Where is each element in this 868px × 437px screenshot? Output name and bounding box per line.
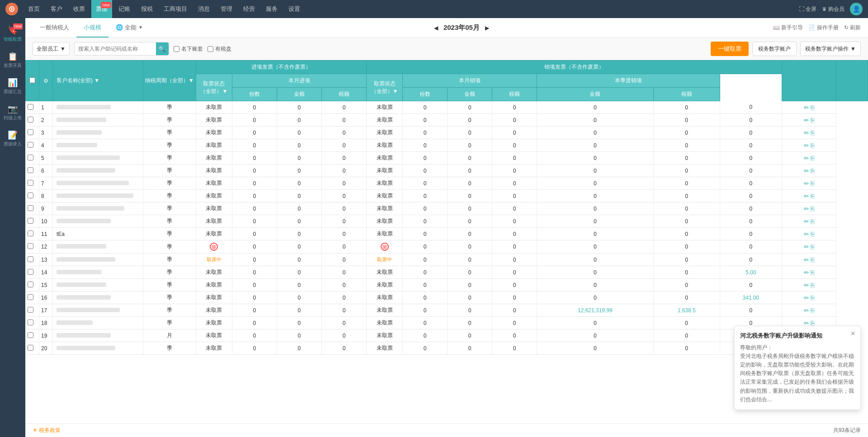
row-checkbox[interactable] <box>28 332 33 338</box>
edit-icon[interactable]: ✏ <box>804 230 809 238</box>
row-checkbox-cell[interactable] <box>26 304 39 317</box>
row-checkbox[interactable] <box>28 256 33 262</box>
q-amt-link[interactable]: 12,621,319.99 <box>578 307 613 314</box>
sidebar-item-open-invoice[interactable]: 📋 发票开具 <box>0 48 25 72</box>
employee-select[interactable]: 全部员工 ▼ <box>33 42 70 56</box>
nav-business[interactable]: 工商项目 <box>159 0 192 18</box>
copy-icon[interactable]: ⎘ <box>811 243 814 250</box>
refresh-link[interactable]: ↻ 刷新 <box>844 24 861 32</box>
tax-digital-account-actions-btn[interactable]: 税务数字账户操作 ▼ <box>800 42 861 56</box>
row-checkbox[interactable] <box>28 104 33 110</box>
nav-bookkeeping[interactable]: 记账 <box>114 0 135 18</box>
nav-receive[interactable]: 收票 <box>69 0 90 18</box>
row-checkbox[interactable] <box>28 205 33 211</box>
in-status-header[interactable]: 取票状态（全部）▼ <box>196 74 232 101</box>
edit-icon[interactable]: ✏ <box>804 294 809 301</box>
tab-small-scale[interactable]: 小规模 <box>76 19 108 38</box>
copy-icon[interactable]: ⎘ <box>811 256 814 263</box>
manual-link[interactable]: 📄 操作手册 <box>808 24 838 32</box>
tax-disk-checkbox[interactable] <box>208 46 213 52</box>
copy-icon[interactable]: ⎘ <box>811 142 814 149</box>
nav-service[interactable]: 服务 <box>261 0 282 18</box>
row-checkbox-cell[interactable] <box>26 254 39 266</box>
edit-icon[interactable]: ✏ <box>804 307 809 314</box>
sidebar-item-smart-invoice[interactable]: 🔖 智能取票 new <box>0 22 25 46</box>
row-checkbox-cell[interactable] <box>26 342 39 355</box>
copy-icon[interactable]: ⎘ <box>811 180 814 187</box>
sub-accounts-checkbox[interactable] <box>174 46 179 52</box>
edit-icon[interactable]: ✏ <box>804 193 809 200</box>
row-checkbox-cell[interactable] <box>26 139 39 152</box>
row-checkbox-cell[interactable] <box>26 215 39 228</box>
search-input[interactable] <box>75 42 156 55</box>
copy-icon[interactable]: ⎘ <box>811 294 814 301</box>
nav-settings[interactable]: 设置 <box>284 0 305 18</box>
edit-icon[interactable]: ✏ <box>804 142 809 149</box>
nav-message[interactable]: 消息 <box>193 0 214 18</box>
search-button[interactable]: 🔍 <box>156 42 169 56</box>
nav-home[interactable]: 首页 <box>24 0 44 18</box>
nav-manage[interactable]: 管理 <box>216 0 237 18</box>
edit-icon[interactable]: ✏ <box>804 180 809 187</box>
row-checkbox[interactable] <box>28 193 33 198</box>
customer-name-header[interactable]: 客户名称(全部) ▼ <box>53 61 143 101</box>
copy-icon[interactable]: ⎘ <box>811 129 814 136</box>
popup-close-btn[interactable]: ✕ <box>850 330 856 337</box>
row-checkbox[interactable] <box>28 180 33 186</box>
row-checkbox[interactable] <box>28 142 33 148</box>
row-checkbox[interactable] <box>28 320 33 325</box>
tax-digital-account-btn[interactable]: 税务数字账户 <box>752 42 797 56</box>
fullscreen-btn[interactable]: ⛶ 全屏 <box>799 5 816 13</box>
row-checkbox-cell[interactable] <box>26 279 39 291</box>
copy-icon[interactable]: ⎘ <box>811 104 814 111</box>
copy-icon[interactable]: ⎘ <box>811 218 814 225</box>
row-checkbox-cell[interactable] <box>26 101 39 114</box>
row-checkbox[interactable] <box>28 307 33 313</box>
row-checkbox[interactable] <box>28 269 33 275</box>
tab-general-taxpayer[interactable]: 一般纳税人 <box>33 19 76 38</box>
edit-icon[interactable]: ✏ <box>804 269 809 276</box>
nav-customer[interactable]: 客户 <box>46 0 67 18</box>
copy-icon[interactable]: ⎘ <box>811 282 814 289</box>
tab-all[interactable]: 🌐 全能 ▼ <box>108 19 150 38</box>
row-checkbox-cell[interactable] <box>26 202 39 215</box>
out-status-header[interactable]: 取票状态（全部）▼ <box>367 74 403 101</box>
row-checkbox-cell[interactable] <box>26 190 39 202</box>
row-checkbox[interactable] <box>28 167 33 173</box>
prev-period-btn[interactable]: ◀ <box>434 25 438 31</box>
nav-tax[interactable]: 报税 <box>137 0 157 18</box>
row-checkbox-cell[interactable] <box>26 240 39 254</box>
total-amt-link[interactable]: 341.00 <box>743 295 760 301</box>
edit-icon[interactable]: ✏ <box>804 282 809 289</box>
copy-icon[interactable]: ⎘ <box>811 117 814 124</box>
edit-icon[interactable]: ✏ <box>804 205 809 212</box>
sidebar-item-entry[interactable]: 📝 票据录入 <box>0 127 25 151</box>
copy-icon[interactable]: ⎘ <box>811 205 814 212</box>
sidebar-item-summary[interactable]: 📊 票据汇总 <box>0 74 25 99</box>
row-checkbox[interactable] <box>28 129 33 135</box>
vip-btn[interactable]: ♛ 购会员 <box>822 5 844 13</box>
copy-icon[interactable]: ⎘ <box>811 230 814 238</box>
row-checkbox-cell[interactable] <box>26 177 39 190</box>
edit-icon[interactable]: ✏ <box>804 104 809 111</box>
sub-accounts-checkbox-label[interactable]: 名下账套 <box>174 45 203 53</box>
row-checkbox[interactable] <box>28 230 33 236</box>
nav-operation[interactable]: 经营 <box>239 0 259 18</box>
edit-icon[interactable]: ✏ <box>804 155 809 162</box>
new-guide-link[interactable]: 📖 新手引导 <box>773 24 803 32</box>
row-checkbox[interactable] <box>28 218 33 224</box>
total-amt-link[interactable]: 5.00 <box>745 269 756 276</box>
select-all-checkbox[interactable] <box>29 77 35 83</box>
row-checkbox[interactable] <box>28 155 33 160</box>
row-checkbox-cell[interactable] <box>26 317 39 329</box>
row-checkbox-cell[interactable] <box>26 127 39 139</box>
sidebar-item-scan[interactable]: 📷 扫描上传 <box>0 100 25 125</box>
edit-icon[interactable]: ✏ <box>804 218 809 225</box>
copy-icon[interactable]: ⎘ <box>811 269 814 276</box>
row-checkbox-cell[interactable] <box>26 152 39 164</box>
edit-icon[interactable]: ✏ <box>804 167 809 174</box>
edit-icon[interactable]: ✏ <box>804 256 809 263</box>
row-checkbox-cell[interactable] <box>26 291 39 304</box>
copy-icon[interactable]: ⎘ <box>811 155 814 162</box>
row-checkbox[interactable] <box>28 117 33 122</box>
